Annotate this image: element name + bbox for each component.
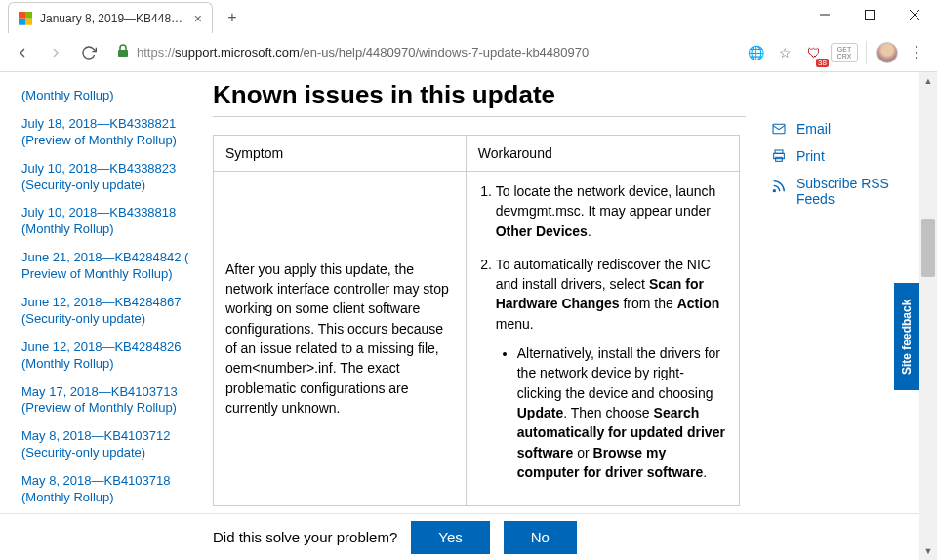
url-field[interactable]: https://support.microsoft.com/en-us/help…	[107, 39, 739, 66]
scroll-thumb[interactable]	[921, 219, 935, 277]
sidebar-item[interactable]: June 21, 2018—KB4284842 ( Preview of Mon…	[21, 250, 199, 283]
extension-translate-icon[interactable]: 🌐	[743, 40, 768, 65]
bookmark-star-icon[interactable]: ☆	[772, 40, 797, 65]
vertical-scrollbar[interactable]: ▲ ▼	[919, 72, 937, 560]
svg-rect-8	[776, 157, 783, 161]
th-symptom: Symptom	[214, 136, 467, 172]
svg-point-9	[773, 190, 775, 192]
forward-button[interactable]	[41, 38, 70, 67]
scroll-down-arrow[interactable]: ▼	[919, 542, 937, 560]
svg-rect-5	[773, 124, 785, 133]
new-tab-button[interactable]: +	[219, 4, 246, 31]
sidebar-item[interactable]: July 18, 2018—KB4338821 (Preview of Mont…	[21, 116, 199, 149]
site-feedback-tab[interactable]: Site feedback	[894, 283, 919, 390]
feedback-yes-button[interactable]: Yes	[411, 521, 489, 554]
workaround-cell: To locate the network device, launch dev…	[466, 172, 739, 506]
sidebar-item[interactable]: June 12, 2018—KB4284826 (Monthly Rollup)	[21, 340, 199, 373]
extension-getcrx-icon[interactable]: GET CRX	[831, 43, 858, 62]
profile-avatar[interactable]	[875, 40, 900, 65]
main-article: Known issues in this update Symptom Work…	[213, 72, 754, 560]
svg-rect-4	[118, 50, 128, 57]
window-titlebar: January 8, 2019—KB4480970 (Mo × +	[0, 0, 937, 33]
rss-icon	[771, 179, 787, 194]
microsoft-favicon	[19, 12, 32, 25]
sidebar-item[interactable]: July 10, 2018—KB4338823 (Security-only u…	[21, 161, 199, 194]
minimize-button[interactable]	[802, 0, 847, 29]
window-controls	[802, 0, 937, 29]
feedback-bar: Did this solve your problem? Yes No	[0, 513, 919, 560]
print-icon	[771, 148, 787, 164]
scroll-up-arrow[interactable]: ▲	[919, 72, 937, 90]
page-heading: Known issues in this update	[213, 80, 746, 110]
divider	[866, 41, 867, 64]
rss-action[interactable]: Subscribe RSS Feeds	[771, 176, 912, 207]
mail-icon	[771, 121, 787, 137]
sidebar-item[interactable]: June 12, 2018—KB4284867 (Security-only u…	[21, 295, 199, 328]
close-window-button[interactable]	[892, 0, 937, 29]
svg-rect-1	[866, 11, 875, 20]
sidebar-item[interactable]: May 17, 2018—KB4103713 (Preview of Month…	[21, 384, 199, 418]
browser-tab[interactable]: January 8, 2019—KB4480970 (Mo ×	[8, 2, 213, 33]
reload-button[interactable]	[74, 38, 103, 67]
url-path: /en-us/help/4480970/windows-7-update-kb4…	[300, 45, 589, 60]
sidebar-item[interactable]: (Monthly Rollup)	[21, 88, 199, 104]
feedback-no-button[interactable]: No	[504, 521, 577, 554]
sidebar-item[interactable]: July 10, 2018—KB4338818 (Monthly Rollup)	[21, 205, 199, 238]
tab-title: January 8, 2019—KB4480970 (Mo	[40, 12, 188, 25]
th-workaround: Workaround	[466, 136, 739, 172]
close-tab-icon[interactable]: ×	[194, 11, 202, 26]
address-bar: https://support.microsoft.com/en-us/help…	[0, 33, 937, 72]
feedback-question: Did this solve your problem?	[213, 529, 397, 545]
lock-icon	[117, 44, 129, 60]
chrome-menu-button[interactable]: ⋮	[904, 40, 929, 65]
workaround-step-2: To automatically rediscover the NIC and …	[496, 255, 727, 482]
print-action[interactable]: Print	[771, 148, 912, 164]
email-action[interactable]: Email	[771, 121, 912, 137]
page-content: (Monthly Rollup) July 18, 2018—KB4338821…	[0, 72, 919, 560]
back-button[interactable]	[8, 38, 37, 67]
workaround-step-1: To locate the network device, launch dev…	[496, 181, 727, 241]
sidebar-item[interactable]: May 8, 2018—KB4103712 (Security-only upd…	[21, 428, 199, 461]
symptom-cell: After you apply this update, the network…	[214, 172, 467, 506]
url-protocol: https://	[137, 45, 175, 60]
workaround-substep: Alternatively, install the drivers for t…	[517, 343, 727, 482]
extension-ublock-icon[interactable]: 🛡	[801, 40, 827, 65]
url-host: support.microsoft.com	[175, 45, 300, 60]
maximize-button[interactable]	[847, 0, 892, 29]
heading-rule	[213, 116, 746, 117]
sidebar-item[interactable]: May 8, 2018—KB4103718 (Monthly Rollup)	[21, 473, 199, 506]
sidebar-nav: (Monthly Rollup) July 18, 2018—KB4338821…	[0, 72, 213, 560]
known-issues-table: Symptom Workaround After you apply this …	[213, 135, 740, 506]
